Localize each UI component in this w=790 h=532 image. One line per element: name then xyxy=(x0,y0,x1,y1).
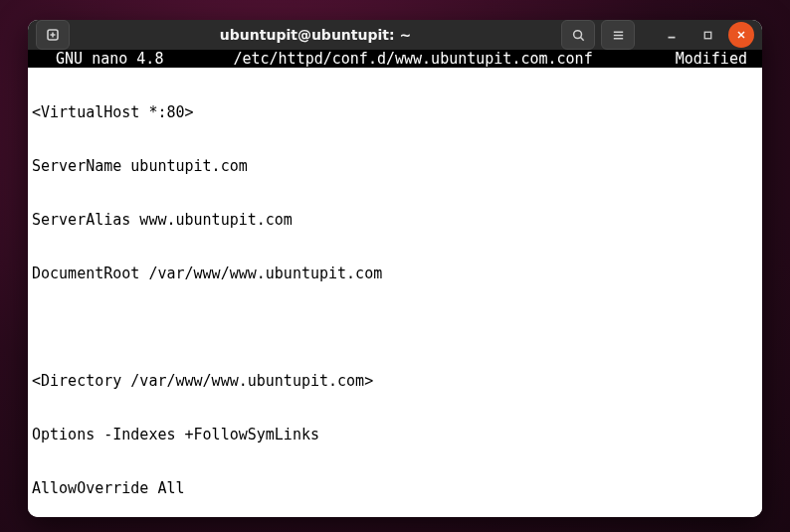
svg-rect-9 xyxy=(704,32,711,39)
nano-file-path: /etc/httpd/conf.d/www.ubuntupit.com.conf xyxy=(233,50,592,68)
search-button[interactable] xyxy=(561,20,595,50)
svg-point-3 xyxy=(573,30,581,38)
editor-line: AllowOverride All xyxy=(32,479,758,497)
new-tab-icon xyxy=(45,27,61,43)
titlebar: ubuntupit@ubuntupit: ~ xyxy=(28,20,762,50)
search-icon xyxy=(571,28,586,43)
nano-app-name: GNU nano 4.8 xyxy=(38,50,163,68)
nano-modified-status: Modified xyxy=(676,50,756,68)
svg-line-4 xyxy=(580,37,583,40)
editor-line: <Directory /var/www/www.ubuntupit.com> xyxy=(32,372,758,390)
editor-line: Options -Indexes +FollowSymLinks xyxy=(32,426,758,443)
new-tab-button[interactable] xyxy=(36,20,70,50)
maximize-button[interactable] xyxy=(692,20,722,50)
minimize-button[interactable] xyxy=(657,20,687,50)
editor-line: <VirtualHost *:80> xyxy=(32,103,758,121)
minimize-icon xyxy=(665,28,679,42)
editor-area[interactable]: <VirtualHost *:80> ServerName ubuntupit.… xyxy=(28,68,762,517)
close-icon xyxy=(735,29,747,41)
close-button[interactable] xyxy=(728,22,754,48)
editor-line: ServerAlias www.ubuntupit.com xyxy=(32,211,758,229)
nano-header: GNU nano 4.8 /etc/httpd/conf.d/www.ubunt… xyxy=(28,50,762,68)
maximize-icon xyxy=(701,29,714,42)
editor-line: ServerName ubuntupit.com xyxy=(32,157,758,175)
terminal-body[interactable]: GNU nano 4.8 /etc/httpd/conf.d/www.ubunt… xyxy=(28,50,762,517)
editor-line: DocumentRoot /var/www/www.ubuntupit.com xyxy=(32,265,758,282)
terminal-window: ubuntupit@ubuntupit: ~ xyxy=(28,20,762,517)
hamburger-icon xyxy=(611,28,626,43)
window-title: ubuntupit@ubuntupit: ~ xyxy=(70,27,561,43)
editor-line xyxy=(32,318,758,336)
menu-button[interactable] xyxy=(601,20,635,50)
